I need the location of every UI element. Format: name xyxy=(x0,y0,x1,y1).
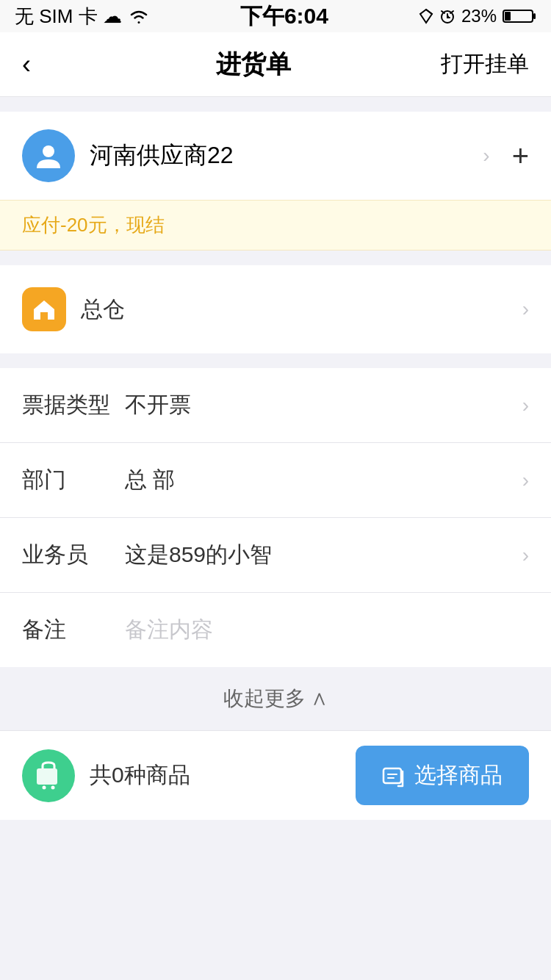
salesperson-row[interactable]: 业务员 这是859的小智 › xyxy=(0,518,551,593)
status-time: 下午6:04 xyxy=(240,1,328,32)
warehouse-row[interactable]: 总仓 › xyxy=(0,265,551,353)
svg-rect-6 xyxy=(37,768,57,785)
wifi-icon xyxy=(128,8,150,24)
back-button[interactable]: ‹ xyxy=(22,49,66,80)
alarm-icon xyxy=(439,8,455,24)
battery-icon xyxy=(503,8,536,24)
collapse-label: 收起更多 ∧ xyxy=(223,687,328,710)
gray-bottom-area xyxy=(0,820,551,980)
warehouse-label: 总仓 xyxy=(81,295,522,325)
invoice-type-value: 不开票 xyxy=(125,390,522,420)
nav-bar: ‹ 进货单 打开挂单 xyxy=(0,32,551,97)
warehouse-chevron-icon: › xyxy=(522,298,529,321)
remark-label: 备注 xyxy=(22,615,125,645)
status-left: 无 SIM 卡 ☁ xyxy=(15,4,150,29)
remark-placeholder: 备注内容 xyxy=(125,615,529,645)
select-product-label: 选择商品 xyxy=(414,760,503,790)
invoice-type-label: 票据类型 xyxy=(22,390,125,420)
invoice-type-row[interactable]: 票据类型 不开票 › xyxy=(0,368,551,443)
select-product-button[interactable]: 选择商品 xyxy=(356,746,529,805)
section-divider-1 xyxy=(0,97,551,112)
battery-text: 23% xyxy=(461,6,497,26)
no-sim-text: 无 SIM 卡 ☁ xyxy=(15,4,122,29)
supplier-row[interactable]: 河南供应商22 › + xyxy=(0,112,551,200)
person-icon xyxy=(33,140,64,171)
supplier-name: 河南供应商22 xyxy=(90,140,483,172)
form-section: 票据类型 不开票 › 部门 总 部 › 业务员 这是859的小智 › 备注 备注… xyxy=(0,368,551,667)
warehouse-icon-wrap xyxy=(22,287,66,331)
svg-rect-2 xyxy=(533,13,536,19)
department-row[interactable]: 部门 总 部 › xyxy=(0,443,551,518)
section-divider-2 xyxy=(0,251,551,265)
section-divider-3 xyxy=(0,353,551,368)
supplier-avatar xyxy=(22,129,75,182)
supplier-section: 河南供应商22 › + 应付-20元，现结 xyxy=(0,112,551,251)
department-chevron-icon: › xyxy=(522,469,529,492)
status-right: 23% xyxy=(419,6,536,26)
department-label: 部门 xyxy=(22,465,125,495)
location-icon xyxy=(419,8,433,24)
notice-text: 应付-20元，现结 xyxy=(22,214,165,236)
product-icon-wrap xyxy=(22,749,75,802)
salesperson-chevron-icon: › xyxy=(522,544,529,567)
open-pending-button[interactable]: 打开挂单 xyxy=(441,49,529,79)
invoice-type-chevron-icon: › xyxy=(522,394,529,417)
salesperson-label: 业务员 xyxy=(22,540,125,570)
remark-row[interactable]: 备注 备注内容 xyxy=(0,593,551,667)
supplier-chevron-icon: › xyxy=(483,144,489,167)
page-title: 进货单 xyxy=(216,48,291,82)
select-product-icon xyxy=(382,764,406,788)
product-count: 共0种商品 xyxy=(90,760,356,790)
cart-icon xyxy=(34,761,63,790)
svg-point-4 xyxy=(43,145,54,157)
svg-point-7 xyxy=(43,785,46,789)
svg-rect-3 xyxy=(505,12,511,21)
collapse-toggle[interactable]: 收起更多 ∧ xyxy=(0,667,551,730)
add-button[interactable]: + xyxy=(512,140,529,173)
svg-rect-9 xyxy=(383,768,401,783)
status-bar: 无 SIM 卡 ☁ 下午6:04 23% xyxy=(0,0,551,32)
salesperson-value: 这是859的小智 xyxy=(125,540,522,570)
svg-rect-5 xyxy=(40,312,48,320)
warehouse-icon xyxy=(31,296,57,323)
department-value: 总 部 xyxy=(125,465,522,495)
svg-point-8 xyxy=(51,785,55,789)
bottom-bar: 共0种商品 选择商品 xyxy=(0,730,551,820)
warehouse-section: 总仓 › xyxy=(0,265,551,353)
notice-bar: 应付-20元，现结 xyxy=(0,200,551,251)
